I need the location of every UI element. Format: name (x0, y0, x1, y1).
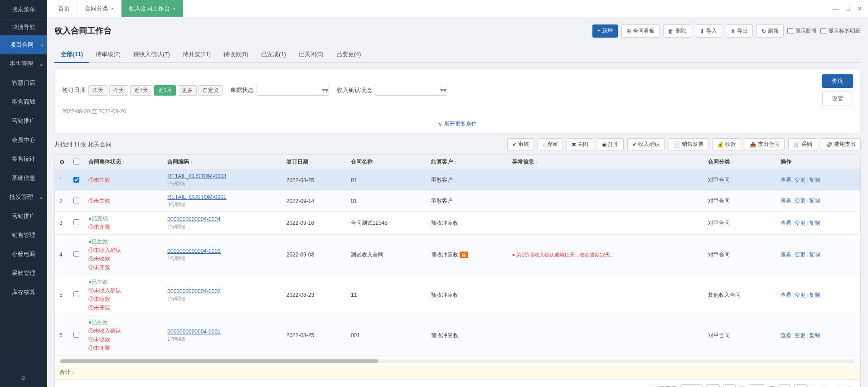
th-checkbox[interactable] (69, 155, 84, 170)
edit-link[interactable]: 变更 (795, 198, 805, 204)
filter-tab-completed[interactable]: 已完成(1) (255, 47, 292, 63)
settings-button[interactable]: 设置 (822, 92, 853, 106)
doc-status-select[interactable] (257, 85, 329, 96)
date-btn-7days[interactable]: 近7天 (130, 85, 152, 96)
fee-out-button[interactable]: 💸 费用支出 (821, 138, 861, 150)
copy-link[interactable]: 复制 (809, 220, 820, 226)
filter-tab-changed[interactable]: 已变更(4) (330, 47, 368, 63)
sidebar-item-marketing2[interactable]: 营销推广 (0, 207, 47, 226)
select-all-checkbox[interactable] (73, 159, 79, 164)
sidebar-item-project[interactable]: 项目合同 ◀ (0, 35, 47, 54)
filter-tab-pending-payment[interactable]: 待收款(8) (217, 47, 255, 63)
contract-code-link[interactable]: 0000000000004-0003 (167, 248, 220, 254)
view-link[interactable]: 查看 (781, 252, 791, 258)
th-name[interactable]: 合同名称 (346, 155, 427, 170)
contract-code-link[interactable]: 0000000000004-0004 (167, 216, 220, 223)
tab-home[interactable]: 首页 (51, 0, 78, 17)
show-stage-checkbox[interactable]: 显示阶段 (787, 27, 817, 35)
refresh-button[interactable]: ↻ 刷新 (756, 24, 784, 38)
cell-checkbox[interactable] (69, 235, 84, 275)
row-checkbox[interactable] (73, 291, 79, 297)
tab-close-icon[interactable]: × (111, 6, 114, 11)
row-checkbox[interactable] (73, 251, 79, 257)
filter-tab-pending-invoice[interactable]: 待开票(11) (176, 47, 217, 63)
cell-checkbox[interactable] (69, 212, 84, 235)
sidebar-search[interactable]: 搜索菜单 (0, 0, 47, 19)
horizontal-scrollbar[interactable] (60, 359, 855, 363)
sidebar-nav[interactable]: 快捷导航 (0, 19, 47, 35)
view-link[interactable]: 查看 (781, 198, 791, 204)
date-btn-more[interactable]: 更多 (178, 85, 197, 96)
last-page-button[interactable]: ▶| (794, 384, 808, 387)
th-code[interactable]: 合同编码 (163, 155, 281, 170)
row-checkbox[interactable] (73, 219, 79, 225)
edit-link[interactable]: 变更 (795, 332, 805, 339)
maximize-icon[interactable]: □ (844, 5, 852, 12)
edit-link[interactable]: 变更 (795, 220, 805, 226)
payment-button[interactable]: 💰 收款 (712, 138, 741, 150)
copy-link[interactable]: 复制 (809, 332, 820, 339)
copy-link[interactable]: 复制 (809, 198, 820, 204)
abandon-button[interactable]: ○ 弃审 (538, 138, 563, 150)
filter-tab-all[interactable]: 全部(11) (54, 47, 89, 63)
view-link[interactable]: 查看 (781, 332, 791, 339)
sidebar-item-purchase[interactable]: 采购管理 (0, 264, 47, 283)
new-button[interactable]: + 新增 (592, 24, 618, 38)
sidebar-item-wholesale-mgmt[interactable]: 批发管理 ▲ (0, 188, 47, 207)
close-contract-button[interactable]: ✖ 关闭 (567, 138, 593, 150)
th-sign-date[interactable]: 签订日期 (282, 155, 346, 170)
minimize-icon[interactable]: — (831, 5, 841, 12)
sidebar-item-marketing[interactable]: 营销推广 (0, 111, 47, 131)
sidebar-item-xiaochang[interactable]: 小畅电商 (0, 245, 47, 264)
view-link[interactable]: 查看 (781, 177, 791, 183)
th-settings[interactable]: ⚙ (55, 155, 69, 170)
export-button[interactable]: ⬆ 导出 (726, 24, 753, 38)
cell-checkbox[interactable] (69, 170, 84, 191)
copy-link[interactable]: 复制 (809, 252, 820, 258)
cell-checkbox[interactable] (69, 191, 84, 212)
contract-code-link[interactable]: RETAIL_CUSTOM-0003 (167, 173, 226, 179)
date-btn-yesterday[interactable]: 昨天 (88, 85, 107, 96)
row-checkbox[interactable] (73, 332, 79, 338)
th-category[interactable]: 合同分类 (703, 155, 776, 170)
first-page-button[interactable]: |◀ (706, 384, 720, 387)
row-checkbox[interactable] (73, 198, 79, 203)
tab-close-icon[interactable]: × (173, 6, 175, 11)
date-btn-1month[interactable]: 近1月 (154, 85, 176, 96)
row-checkbox[interactable] (73, 177, 79, 183)
sidebar-item-retail-stat[interactable]: 零售统计 (0, 150, 47, 169)
sidebar-item-member[interactable]: 会员中心 (0, 131, 47, 150)
th-customer[interactable]: 结算客户 (427, 155, 508, 170)
cell-checkbox[interactable] (69, 275, 84, 315)
sidebar-item-retail-mgmt[interactable]: 零售管理 ▲ (0, 54, 47, 73)
close-icon[interactable]: ✕ (855, 5, 864, 12)
view-link[interactable]: 查看 (781, 292, 791, 298)
settings-button[interactable]: ⚙ (0, 369, 47, 387)
copy-link[interactable]: 复制 (809, 292, 820, 298)
date-btn-today[interactable]: 今天 (109, 85, 128, 96)
tab-income-workbench[interactable]: 收入合同工作台 × (121, 0, 183, 17)
sidebar-item-base-info[interactable]: 基础信息 (0, 169, 47, 188)
show-detail-input[interactable] (820, 28, 826, 34)
show-detail-checkbox[interactable]: 显示标的明细 (820, 27, 861, 35)
purchase-button[interactable]: 🛒 采购 (788, 138, 817, 150)
edit-link[interactable]: 变更 (795, 177, 805, 183)
sidebar-item-retail-shop[interactable]: 零售商城 (0, 92, 47, 111)
filter-tab-pending-confirm[interactable]: 待收入确认(7) (127, 47, 176, 63)
show-stage-input[interactable] (787, 28, 793, 34)
th-status[interactable]: 合同整体状态 (84, 155, 163, 170)
kanban-button[interactable]: ⊞ 合同看板 (621, 24, 659, 38)
filter-tab-pending-review[interactable]: 待审核(2) (89, 47, 127, 63)
review-button[interactable]: ✔ 审核 (507, 138, 534, 150)
tab-contract-category[interactable]: 合同分类 × (78, 0, 121, 17)
sidebar-item-smart-store[interactable]: 智慧门店 (0, 73, 47, 92)
income-confirm-select[interactable] (375, 85, 447, 96)
filter-tab-closed[interactable]: 已关闭(0) (292, 47, 330, 63)
contract-code-link[interactable]: RETAIL_CUSTOM-0001 (167, 194, 226, 200)
copy-link[interactable]: 复制 (809, 177, 820, 183)
prev-page-button[interactable]: ◀ (723, 384, 736, 387)
sales-invoice-button[interactable]: 📄 销售发票 (669, 138, 708, 150)
sidebar-item-sales-mgmt[interactable]: 销售管理 (0, 226, 47, 245)
contract-code-link[interactable]: 0000000000004-0001 (167, 329, 220, 335)
income-confirm-button[interactable]: ✔ 收入确认 (627, 138, 665, 150)
